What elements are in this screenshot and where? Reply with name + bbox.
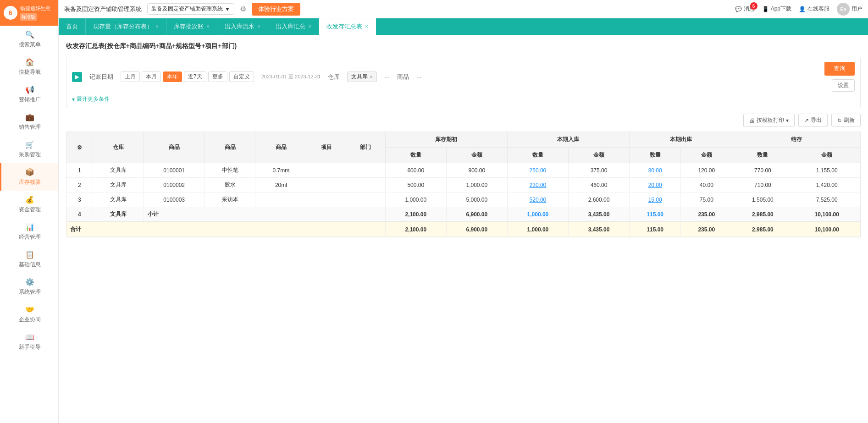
sidebar-item-inventory[interactable]: 📦 库存核算 bbox=[0, 163, 58, 191]
tab-close-icon[interactable]: × bbox=[206, 23, 210, 30]
message-action[interactable]: 💬 消息 6 bbox=[735, 5, 755, 13]
sidebar-item-finance[interactable]: 💰 资金管理 bbox=[0, 191, 58, 218]
sidebar-logo: 6 畅捷通好生意 标准版 bbox=[0, 0, 58, 26]
subtotal-bal-qty: 2,985.00 bbox=[732, 207, 793, 222]
date-btn-prev-month[interactable]: 上月 bbox=[121, 71, 140, 82]
topbar-actions: 💬 消息 6 📱 App下载 👤 在线客服 Ea 用户 bbox=[735, 3, 862, 16]
filter-toggle[interactable]: ▶ bbox=[72, 72, 82, 82]
row-no: 1 bbox=[66, 163, 93, 178]
service-icon: 👤 bbox=[799, 6, 806, 12]
download-icon: 📱 bbox=[762, 6, 769, 12]
table-row: 3 文具库 0100003 采访本 1,000.00 5,000.00 520.… bbox=[66, 192, 860, 207]
sidebar-item-quicknav[interactable]: 🏠 快捷导航 bbox=[0, 53, 58, 81]
goods-dots[interactable]: ··· bbox=[416, 73, 422, 81]
tab-inventory-dist[interactable]: 现存量（库存分布表） × bbox=[86, 18, 166, 35]
th-settings[interactable]: ⚙ bbox=[66, 132, 93, 163]
tab-summary-recv[interactable]: 收发存汇总表 × bbox=[319, 18, 376, 35]
warehouse-dots[interactable]: ··· bbox=[384, 73, 390, 81]
user-action[interactable]: Ea 用户 bbox=[837, 3, 862, 16]
enterprise-icon: 🤝 bbox=[25, 305, 34, 314]
row-in-qty[interactable]: 520.00 bbox=[507, 192, 568, 207]
row-code: 0100003 bbox=[144, 192, 205, 207]
date-btn-7days[interactable]: 近7天 bbox=[184, 71, 206, 82]
settings-icon: ⚙ bbox=[77, 144, 82, 151]
date-btn-this-month[interactable]: 本月 bbox=[142, 71, 161, 82]
main-area: 装备及固定资产辅助管理系统 装备及固定资产辅助管理系统 ▼ ⚙ 体验行业方案 💬… bbox=[59, 0, 868, 423]
footer-in-qty: 1,000.00 bbox=[507, 222, 568, 237]
tab-flow[interactable]: 出入库流水 × bbox=[217, 18, 268, 35]
tab-close-icon[interactable]: × bbox=[257, 23, 260, 30]
subtotal-out-amt: 235.00 bbox=[681, 207, 732, 222]
row-bal-qty: 710.00 bbox=[732, 178, 793, 192]
experience-button[interactable]: 体验行业方案 bbox=[252, 3, 300, 16]
row-warehouse: 文具库 bbox=[93, 192, 144, 207]
logo-icon: 6 bbox=[4, 6, 17, 20]
tab-close-icon[interactable]: × bbox=[308, 23, 311, 30]
page-container: 收发存汇总表(按仓库+商品编码+商品+规格型号+项目+部门) ▶ 记账日期 上月… bbox=[59, 35, 868, 423]
operation-icon: 📊 bbox=[25, 223, 34, 231]
row-name: 采访本 bbox=[205, 192, 255, 207]
date-btn-custom[interactable]: 自定义 bbox=[229, 71, 254, 82]
tab-bar: 首页 现存量（库存分布表） × 库存批次账 × 出入库流水 × 出入库汇总 × … bbox=[59, 18, 868, 35]
row-name: 胶水 bbox=[205, 178, 255, 192]
sidebar-item-purchase[interactable]: 🛒 采购管理 bbox=[0, 136, 58, 163]
row-out-amt: 120.00 bbox=[681, 163, 732, 178]
set-button[interactable]: 设置 bbox=[832, 79, 855, 92]
basic-icon: 📋 bbox=[25, 250, 34, 259]
data-table: ⚙ 仓库 商品 商品 商品 项目 部门 库存期初 本期入库 本期出库 结存 bbox=[66, 132, 861, 237]
sidebar-item-marketing[interactable]: 📢 营销推广 bbox=[0, 81, 58, 108]
subtotal-in-qty: 1,000.00 bbox=[507, 207, 568, 222]
inventory-icon: 📦 bbox=[25, 168, 34, 176]
sidebar-item-enterprise[interactable]: 🤝 企业协同 bbox=[0, 301, 58, 328]
row-out-qty[interactable]: 20.00 bbox=[630, 178, 681, 192]
query-button[interactable]: 查询 bbox=[824, 62, 855, 76]
tab-close-icon[interactable]: × bbox=[155, 23, 159, 30]
warehouse-tag-close[interactable]: × bbox=[370, 74, 373, 80]
date-btn-this-year[interactable]: 本年 bbox=[163, 71, 182, 82]
row-spec: 0.7mm bbox=[255, 163, 307, 178]
tab-batch[interactable]: 库存批次账 × bbox=[166, 18, 217, 35]
home-icon: 🏠 bbox=[25, 58, 34, 66]
warehouse-tag-value: 文具库 bbox=[351, 73, 368, 81]
subtotal-open-qty: 2,100.00 bbox=[385, 207, 446, 222]
tab-summary-inout[interactable]: 出入库汇总 × bbox=[268, 18, 319, 35]
subtotal-no: 4 bbox=[66, 207, 93, 222]
row-in-amt: 2,600.00 bbox=[568, 192, 629, 207]
system-dropdown[interactable]: 装备及固定资产辅助管理系统 ▼ bbox=[147, 3, 234, 15]
row-dept bbox=[346, 163, 386, 178]
app-download-action[interactable]: 📱 App下载 bbox=[762, 5, 791, 13]
export-button[interactable]: ↗ 导出 bbox=[798, 114, 828, 127]
marketing-icon: 📢 bbox=[25, 85, 34, 94]
row-dept bbox=[346, 192, 386, 207]
row-dept bbox=[346, 178, 386, 192]
th-in-amt: 金额 bbox=[568, 148, 629, 163]
sidebar-item-guide[interactable]: 📖 新手引导 bbox=[0, 328, 58, 356]
gear-icon[interactable]: ⚙ bbox=[240, 5, 246, 13]
sidebar-item-sales[interactable]: 💼 销售管理 bbox=[0, 108, 58, 136]
tab-close-icon[interactable]: × bbox=[365, 23, 368, 30]
query-actions: 查询 设置 bbox=[824, 62, 855, 92]
expand-button[interactable]: ▾ 展开更多条件 bbox=[72, 95, 855, 103]
th-opening: 库存期初 bbox=[385, 132, 507, 148]
row-in-qty[interactable]: 230.00 bbox=[507, 178, 568, 192]
tab-home[interactable]: 首页 bbox=[59, 18, 86, 35]
sidebar-item-operation[interactable]: 📊 经营管理 bbox=[0, 218, 58, 246]
row-spec: 20ml bbox=[255, 178, 307, 192]
print-button[interactable]: 🖨 按模板打印 ▾ bbox=[743, 114, 795, 127]
refresh-button[interactable]: ↻ 刷新 bbox=[831, 114, 861, 127]
row-out-qty[interactable]: 15.00 bbox=[630, 192, 681, 207]
row-bal-amt: 1,155.00 bbox=[793, 163, 860, 178]
row-bal-qty: 770.00 bbox=[732, 163, 793, 178]
sidebar-item-system[interactable]: ⚙️ 系统管理 bbox=[0, 273, 58, 301]
warehouse-filter-tag: 文具库 × bbox=[347, 71, 377, 82]
row-out-qty[interactable]: 80.00 bbox=[630, 163, 681, 178]
date-btn-more[interactable]: 更多 bbox=[208, 71, 227, 82]
topbar: 装备及固定资产辅助管理系统 装备及固定资产辅助管理系统 ▼ ⚙ 体验行业方案 💬… bbox=[59, 0, 868, 18]
toolbar: 🖨 按模板打印 ▾ ↗ 导出 ↻ 刷新 bbox=[66, 114, 861, 127]
row-no: 2 bbox=[66, 178, 93, 192]
chevron-down-icon: ▾ bbox=[786, 117, 789, 124]
sidebar-item-search[interactable]: 🔍 搜索菜单 bbox=[0, 26, 58, 53]
row-in-qty[interactable]: 250.00 bbox=[507, 163, 568, 178]
sidebar-item-basic[interactable]: 📋 基础信息 bbox=[0, 246, 58, 273]
online-service-action[interactable]: 👤 在线客服 bbox=[799, 5, 829, 13]
